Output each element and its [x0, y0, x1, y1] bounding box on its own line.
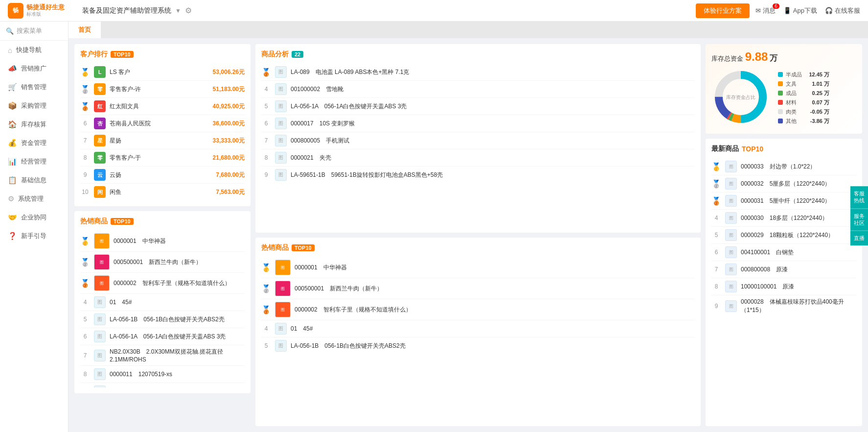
bottom-prod-img-1: 图 [275, 260, 291, 275]
donut-chart: 库存资金占比 [711, 68, 770, 128]
avatar-zero2: 零 [94, 152, 106, 164]
topbar: 畅 畅捷通好生意 标准版 装备及固定资产辅助管理系统 ▼ ⚙ 体验行业方案 ✉ … [0, 0, 868, 22]
mid-prod-name-4: 001000002 雪地靴 [291, 85, 695, 94]
new-prod-2: 0000032 5厘多层（1220*2440） [741, 180, 856, 188]
new-arrivals-top-label: TOP10 [742, 145, 763, 153]
product-placeholder-7: 图 [94, 350, 106, 361]
main-layout: 🔍 搜索菜单 ⌂ 快捷导航 📣 营销推广 🛒 销售管理 📦 采购管理 🏠 库存核… [0, 22, 868, 432]
customer-row: 9 云 云扬 7,680.00元 [80, 167, 245, 184]
customer-value-3: 40,925.00元 [213, 102, 245, 111]
gear-icon[interactable]: ⚙ [185, 6, 192, 15]
sidebar-item-operation[interactable]: 📊 经营管理 [0, 152, 68, 171]
customer-value-1: 53,006.26元 [213, 68, 245, 76]
customer-row: 10 闲 闲鱼 7,563.00元 [80, 184, 245, 200]
customer-name-5: 星扬 [110, 137, 209, 145]
sidebar-item-marketing[interactable]: 📣 营销推广 [0, 59, 68, 78]
avatar-L: L [94, 66, 106, 78]
product-row: 🥇 图 0000001 中华神器 [80, 231, 245, 252]
sidebar-label-guide: 新手引导 [21, 232, 46, 240]
message-badge: 6 [773, 3, 779, 9]
prod-code-7: NB2.0X30B 2.0X30MM双搓花轴.搓花直径2.1MM/ROHS [110, 348, 245, 363]
rank-num-7: 9 [80, 171, 90, 178]
customer-name-3: 红太阳文具 [110, 102, 209, 111]
customer-value-6: 21,680.00元 [213, 154, 245, 162]
mid-prod-name-7: 000800005 手机测试 [291, 137, 695, 145]
sidebar-item-finance[interactable]: 💰 资金管理 [0, 134, 68, 152]
new-prod-9: 0000028 体械嘉枝味苏打饮品400毫升（1*15） [741, 298, 856, 314]
prod-code-3: 0000002 智利车子里（规格不知道填什么） [114, 279, 245, 288]
search-icon: 🔍 [6, 27, 14, 35]
mid-prod-name-9: LA-59651-1B 59651-1B旋转投影灯电池盒ABS黑色+58壳 [291, 171, 695, 179]
hot-sales-mid-list: 🥉 图 LA-089 电池盖 LA-089 ABS本色+黑种 7.1克 4 图 … [261, 64, 695, 183]
avatar-cloud: 云 [94, 169, 106, 181]
new-prod-7: 000800008 原漆 [741, 265, 856, 274]
donut-container: 库存资金占比 半成品 12.45 万 文具 [711, 68, 856, 128]
rank-num-8: 10 [80, 189, 90, 195]
mid-product-row: 🥉 图 LA-089 电池盖 LA-089 ABS本色+黑种 7.1克 [261, 64, 695, 81]
sidebar-label-purchase: 采购管理 [21, 101, 46, 110]
inventory-card: 库存总资金 9.88 万 [706, 44, 862, 134]
inventory-total-label: 库存总资金 9.88 万 [711, 50, 856, 64]
product-row: 5 图 LA-056-1B 056-1B白色按键开关壳ABS2壳 [80, 311, 245, 328]
money-icon: 💰 [8, 139, 17, 147]
medal-2: 🥈 [80, 85, 90, 94]
top-badge-bottom: TOP10 [292, 244, 315, 251]
megaphone-icon: 📣 [8, 64, 17, 73]
sidebar-item-inventory[interactable]: 🏠 库存核算 [0, 115, 68, 134]
sidebar-label-basic-info: 基础信息 [21, 176, 46, 185]
svg-text:库存资金占比: 库存资金占比 [726, 95, 755, 100]
mid-panel: 商品分析 22 🥉 图 LA-089 电池盖 LA-089 ABS本色+黑种 7… [255, 44, 701, 426]
sidebar-item-sales[interactable]: 🛒 销售管理 [0, 78, 68, 96]
legend-dot-orange [778, 81, 783, 86]
right-panel: 库存总资金 9.88 万 [706, 44, 862, 426]
product-row: 6 图 LA-056-1A 056-1A白色按键开关盖ABS 3壳 [80, 328, 245, 345]
app-download-btn[interactable]: 📱 App下载 [783, 6, 817, 15]
mid-prod-img-9: 图 [275, 169, 287, 181]
customer-row: 🥈 零 零售客户-许 51,183.00元 [80, 81, 245, 98]
float-btn-service[interactable]: 客服热线 [850, 186, 868, 209]
customer-value-4: 36,600.00元 [213, 120, 245, 128]
experience-btn[interactable]: 体验行业方案 [696, 3, 750, 18]
hot-products-list: 🥇 图 0000001 中华神器 🥈 图 000500001 新西兰牛肉（新牛）… [80, 231, 245, 387]
customer-name-7: 云扬 [110, 171, 212, 179]
rank-num-6: 8 [80, 154, 90, 161]
legend-item-finished: 成品 0.25 万 [778, 90, 829, 97]
hot-sales-mid-card: 商品分析 22 🥉 图 LA-089 电池盖 LA-089 ABS本色+黑种 7… [255, 44, 701, 233]
customer-ranking-title: 客户排行 TOP10 [80, 50, 245, 59]
tab-bar: 首页 [69, 22, 868, 38]
message-btn[interactable]: ✉ 消息 6 [755, 6, 776, 15]
online-service-label: 在线客服 [835, 6, 860, 15]
mid-product-row: 5 图 LA-056-1A 056-1A白色按键开关盖ABS 3壳 [261, 98, 695, 115]
sidebar-item-guide[interactable]: ❓ 新手引导 [0, 227, 68, 245]
tab-home[interactable]: 首页 [69, 22, 101, 38]
bottom-product-row: 🥈 图 000500001 新西兰牛肉（新牛） [261, 278, 695, 299]
float-btn-live[interactable]: 直播 [850, 231, 868, 245]
sidebar-item-purchase[interactable]: 📦 采购管理 [0, 96, 68, 115]
question-icon: ❓ [8, 232, 17, 240]
sidebar-item-system[interactable]: ⚙ 系统管理 [0, 190, 68, 208]
logo-icon: 畅 [8, 3, 23, 19]
customer-name-8: 闲鱼 [110, 188, 212, 196]
sidebar-item-basic-info[interactable]: 📋 基础信息 [0, 171, 68, 190]
dropdown-icon[interactable]: ▼ [175, 7, 181, 14]
customer-name-4: 苍南县人民医院 [110, 120, 209, 128]
hot-products-title: 热销商品 TOP10 [80, 217, 245, 226]
customer-row: 🥇 L LS 客户 53,006.26元 [80, 64, 245, 81]
customer-value-5: 33,333.00元 [213, 137, 245, 145]
inventory-unit: 万 [770, 54, 777, 62]
float-btn-community[interactable]: 服务社区 [850, 209, 868, 231]
medal-3: 🥉 [80, 102, 90, 111]
search-menu-btn[interactable]: 🔍 搜索菜单 [6, 26, 62, 35]
medal-1: 🥇 [80, 68, 90, 77]
bottom-prod-3: 0000002 智利车子里（规格不知道填什么） [295, 306, 695, 314]
online-service-btn[interactable]: 🎧 在线客服 [825, 6, 860, 15]
mid-product-row: 4 图 001000002 雪地靴 [261, 81, 695, 98]
content-area: 首页 客户排行 TOP10 🥇 L LS 客户 [69, 22, 868, 432]
mid-prod-img-7: 图 [275, 135, 287, 146]
sidebar-item-cooperation[interactable]: 🤝 企业协同 [0, 208, 68, 227]
topbar-right: ✉ 消息 6 📱 App下载 🎧 在线客服 [755, 6, 860, 15]
hot-products-badge: TOP10 [111, 218, 134, 225]
new-prod-img-9: 图 [725, 300, 737, 312]
sidebar-item-quick-nav[interactable]: ⌂ 快捷导航 [0, 41, 68, 59]
mid-prod-name-3: LA-089 电池盖 LA-089 ABS本色+黑种 7.1克 [291, 68, 695, 76]
